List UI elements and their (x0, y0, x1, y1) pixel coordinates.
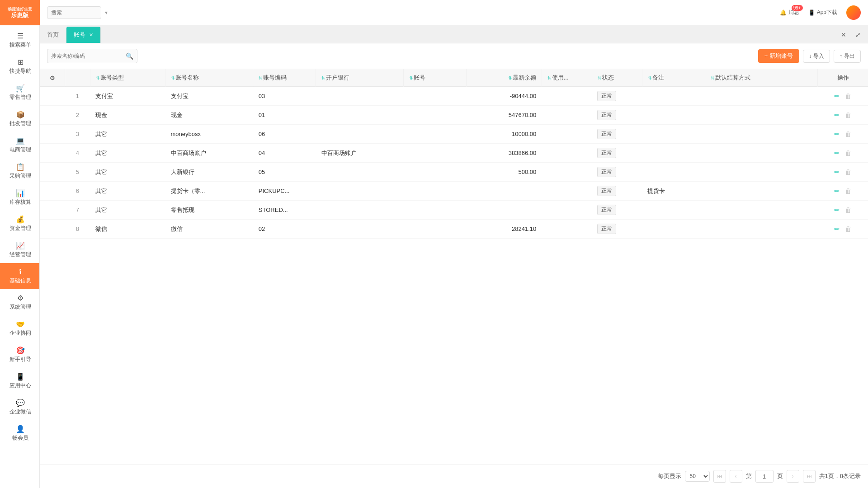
row-bank (316, 87, 404, 106)
edit-button[interactable]: ✏ (834, 149, 840, 157)
sidebar-item-retail[interactable]: 🛒 零售管理 (0, 80, 39, 106)
col-header-usage[interactable]: ⇅使用... (542, 69, 592, 87)
message-button[interactable]: 🔔 消息 99+ (780, 9, 799, 16)
first-page-button[interactable]: ⏮ (713, 470, 726, 483)
import-button[interactable]: ↓ 导入 (803, 50, 830, 63)
table-row: 4 其它 中百商场账户 04 中百商场账户 383866.00 正常 ✏ 🗑 (40, 144, 868, 163)
content-area: 🔍 + 新增账号 ↓ 导入 ↑ 导出 (40, 43, 868, 488)
row-default (705, 163, 818, 182)
edit-button[interactable]: ✏ (834, 225, 840, 233)
edit-button[interactable]: ✏ (834, 130, 840, 138)
logo-line2: 乐惠版 (11, 12, 28, 19)
delete-button[interactable]: 🗑 (845, 149, 852, 157)
row-usage (542, 125, 592, 144)
sidebar-item-member[interactable]: 👤 畅会员 (0, 420, 39, 446)
col-header-code[interactable]: ⇅账号编码 (253, 69, 316, 87)
export-button[interactable]: ↑ 导出 (834, 50, 861, 63)
search-icon[interactable]: 🔍 (126, 52, 133, 60)
tab-close-all-button[interactable]: ✕ (837, 28, 850, 41)
next-page-button[interactable]: › (787, 470, 799, 483)
row-code: 03 (253, 87, 316, 106)
row-balance: -90444.00 (467, 87, 542, 106)
col-header-balance[interactable]: ⇅最新余额 (467, 69, 542, 87)
import-icon: ↓ (809, 53, 811, 59)
edit-button[interactable]: ✏ (834, 187, 840, 195)
row-settings (40, 163, 65, 182)
sidebar-item-label: 新手引导 (1, 356, 39, 363)
edit-button[interactable]: ✏ (834, 111, 840, 119)
add-account-button[interactable]: + 新增账号 (758, 49, 799, 63)
sidebar-item-app-center[interactable]: 📱 应用中心 (0, 368, 39, 394)
delete-button[interactable]: 🗑 (845, 130, 852, 138)
tab-home[interactable]: 首页 (40, 27, 66, 43)
delete-button[interactable]: 🗑 (845, 225, 852, 233)
delete-button[interactable]: 🗑 (845, 206, 852, 214)
prev-page-button[interactable]: ‹ (730, 470, 742, 483)
toolbar-left: 🔍 (47, 49, 137, 63)
sidebar-item-basic-info[interactable]: ℹ 基础信息 (0, 263, 39, 289)
sidebar-item-wholesale[interactable]: 📦 批发管理 (0, 106, 39, 132)
settings-icon[interactable]: ⚙ (50, 75, 55, 81)
search-input[interactable] (51, 53, 126, 59)
row-bank (316, 182, 404, 201)
sidebar-item-shortcuts[interactable]: ⊞ 快捷导航 (0, 53, 39, 80)
row-settings (40, 144, 65, 163)
edit-button[interactable]: ✏ (834, 206, 840, 214)
table-row: 1 支付宝 支付宝 03 -90444.00 正常 ✏ 🗑 (40, 87, 868, 106)
ecommerce-icon: 💻 (1, 136, 39, 145)
col-header-status[interactable]: ⇅状态 (592, 69, 642, 87)
row-balance: 500.00 (467, 163, 542, 182)
dropdown-arrow-icon[interactable]: ▾ (105, 9, 108, 16)
col-header-account[interactable]: ⇅账号 (404, 69, 467, 87)
tab-expand-button[interactable]: ⤢ (852, 28, 864, 41)
col-header-note[interactable]: ⇅备注 (642, 69, 705, 87)
top-search-input[interactable] (47, 6, 101, 19)
row-account (404, 106, 467, 125)
row-code: 04 (253, 144, 316, 163)
row-type: 其它 (90, 125, 165, 144)
sidebar-item-enterprise-wechat[interactable]: 💬 企业微信 (0, 394, 39, 420)
delete-button[interactable]: 🗑 (845, 111, 852, 119)
sidebar-item-label: 快捷导航 (1, 67, 39, 75)
sidebar-item-system[interactable]: ⚙ 系统管理 (0, 289, 39, 315)
user-avatar[interactable] (846, 5, 861, 20)
col-header-settings[interactable]: ⚙ (40, 69, 65, 87)
delete-button[interactable]: 🗑 (845, 92, 852, 100)
delete-button[interactable]: 🗑 (845, 168, 852, 176)
row-action: ✏ 🗑 (818, 87, 868, 106)
sidebar-item-operations[interactable]: 📈 经营管理 (0, 237, 39, 263)
col-header-bank[interactable]: ⇅开户银行 (316, 69, 404, 87)
col-header-name[interactable]: ⇅账号名称 (165, 69, 253, 87)
sidebar-item-label: 采购管理 (1, 172, 39, 180)
wholesale-icon: 📦 (1, 110, 39, 119)
row-type: 其它 (90, 201, 165, 220)
app-download-button[interactable]: 📱 App下载 (808, 9, 837, 16)
sidebar-item-finance[interactable]: 💰 资金管理 (0, 211, 39, 237)
header-right: 🔔 消息 99+ 📱 App下载 (780, 5, 861, 20)
last-page-button[interactable]: ⏭ (803, 470, 816, 483)
row-account (404, 125, 467, 144)
row-name: 支付宝 (165, 87, 253, 106)
tab-close-icon[interactable]: ✕ (89, 32, 93, 38)
page-input[interactable] (755, 470, 774, 483)
sidebar-item-enterprise-agreement[interactable]: 🤝 企业协同 (0, 315, 39, 342)
page-size-select[interactable]: 50 10 20 100 (685, 471, 710, 482)
sidebar-item-search-menu[interactable]: ☰ 搜索菜单 (0, 27, 39, 53)
sidebar-item-purchase[interactable]: 📋 采购管理 (0, 158, 39, 184)
sidebar-item-inventory[interactable]: 📊 库存核算 (0, 184, 39, 211)
col-header-default[interactable]: ⇅默认结算方式 (705, 69, 818, 87)
logo-line1: 畅捷通好生意 (8, 7, 32, 12)
sidebar-item-label: 应用中心 (1, 382, 39, 389)
col-header-type[interactable]: ⇅账号类型 (90, 69, 165, 87)
tab-accounts[interactable]: 账号 ✕ (66, 27, 101, 43)
row-status: 正常 (592, 106, 642, 125)
row-usage (542, 220, 592, 239)
sidebar-item-label: 资金管理 (1, 225, 39, 232)
sidebar-item-ecommerce[interactable]: 💻 电商管理 (0, 132, 39, 158)
edit-button[interactable]: ✏ (834, 92, 840, 100)
row-note (642, 106, 705, 125)
row-code: PICKUPC... (253, 182, 316, 201)
edit-button[interactable]: ✏ (834, 168, 840, 176)
sidebar-item-newbie[interactable]: 🎯 新手引导 (0, 342, 39, 368)
delete-button[interactable]: 🗑 (845, 187, 852, 195)
